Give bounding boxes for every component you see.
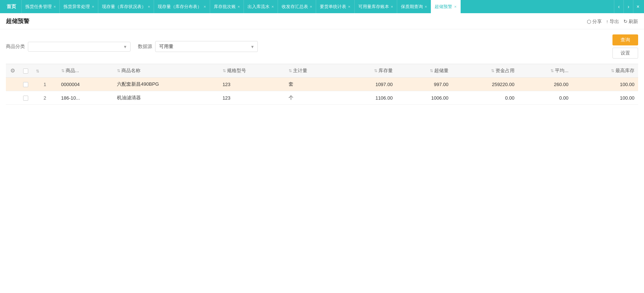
settings-button[interactable]: 设置 bbox=[612, 48, 638, 59]
close-tab-8-icon[interactable]: × bbox=[348, 4, 350, 9]
refresh-button[interactable]: ↻ 刷新 bbox=[623, 18, 638, 25]
table-row: 2 186-10... 机油滤清器 123 个 1106.00 1006.00 … bbox=[6, 91, 638, 105]
nav-tab-10[interactable]: 保质期查询 × bbox=[397, 0, 431, 13]
td-avg-1: 0.00 bbox=[518, 91, 572, 105]
header-checkbox[interactable] bbox=[23, 68, 28, 74]
td-max-stock-0: 100.00 bbox=[572, 78, 638, 91]
close-tab-7-icon[interactable]: × bbox=[310, 4, 312, 9]
table-header-row: ⚙ 商品... 商品名称 规格型号 主计量 库存量 超储量 资金占用 平均...… bbox=[6, 64, 638, 78]
th-over-qty[interactable]: 超储量 bbox=[396, 64, 452, 78]
category-select[interactable]: ▾ bbox=[28, 42, 131, 52]
share-icon: ⬡ bbox=[587, 19, 591, 25]
close-tab-9-icon[interactable]: × bbox=[391, 4, 393, 9]
table-row: 1 0000004 六配套新昌490BPG 123 套 1097.00 997.… bbox=[6, 78, 638, 91]
th-checkbox[interactable] bbox=[19, 64, 32, 78]
th-unit[interactable]: 主计量 bbox=[285, 64, 341, 78]
close-tab-1-icon[interactable]: × bbox=[54, 4, 56, 9]
datasource-dropdown-icon: ▾ bbox=[251, 44, 254, 49]
td-over-qty-1: 1006.00 bbox=[396, 91, 452, 105]
table-wrapper: ⚙ 商品... 商品名称 规格型号 主计量 库存量 超储量 资金占用 平均...… bbox=[0, 64, 644, 105]
nav-prev-icon[interactable]: ‹ bbox=[614, 0, 623, 13]
th-gear[interactable]: ⚙ bbox=[6, 64, 19, 78]
td-gear-1 bbox=[6, 91, 19, 105]
filter-bar: 商品分类 ▾ 数据源 可用量 ▾ 查询 设置 bbox=[0, 29, 644, 64]
refresh-icon: ↻ bbox=[623, 19, 627, 24]
td-unit-1: 个 bbox=[285, 91, 341, 105]
share-button[interactable]: ⬡ 分享 bbox=[587, 18, 602, 25]
query-button[interactable]: 查询 bbox=[612, 34, 638, 45]
category-label: 商品分类 bbox=[6, 43, 25, 50]
td-checkbox-0[interactable] bbox=[19, 78, 32, 91]
nav-tab-5[interactable]: 库存批次账 × bbox=[210, 0, 244, 13]
td-rownum-1: 2 bbox=[32, 91, 58, 105]
datasource-label: 数据源 bbox=[138, 43, 152, 50]
td-sku-name-1: 机油滤清器 bbox=[113, 91, 219, 105]
th-row-num bbox=[32, 64, 58, 78]
nav-tab-7[interactable]: 收发存汇总表 × bbox=[278, 0, 316, 13]
close-tab-5-icon[interactable]: × bbox=[238, 4, 240, 9]
td-checkbox-1[interactable] bbox=[19, 91, 32, 105]
nav-tab-6[interactable]: 出入库流水 × bbox=[244, 0, 278, 13]
page-title: 超储预警 bbox=[6, 18, 29, 25]
td-rownum-0: 1 bbox=[32, 78, 58, 91]
datasource-select-value: 可用量 bbox=[159, 43, 173, 50]
data-table: ⚙ 商品... 商品名称 规格型号 主计量 库存量 超储量 资金占用 平均...… bbox=[6, 64, 638, 105]
close-tab-10-icon[interactable]: × bbox=[425, 4, 427, 9]
nav-tab-8[interactable]: 要货单统计表 × bbox=[316, 0, 354, 13]
page-container: 超储预警 ⬡ 分享 ↑ 导出 ↻ 刷新 商品分类 ▾ 数据源 bbox=[0, 13, 644, 293]
nav-next-icon[interactable]: › bbox=[623, 0, 633, 13]
datasource-select[interactable]: 可用量 ▾ bbox=[155, 41, 258, 52]
row-checkbox-0[interactable] bbox=[23, 82, 28, 87]
th-spec[interactable]: 规格型号 bbox=[219, 64, 285, 78]
td-spec-0: 123 bbox=[219, 78, 285, 91]
th-sku-code[interactable]: 商品... bbox=[58, 64, 114, 78]
export-button[interactable]: ↑ 导出 bbox=[606, 18, 619, 25]
header-actions: ⬡ 分享 ↑ 导出 ↻ 刷新 bbox=[587, 18, 638, 25]
row-checkbox-1[interactable] bbox=[23, 96, 28, 101]
close-tab-3-icon[interactable]: × bbox=[148, 4, 150, 9]
th-max-stock[interactable]: 最高库存 bbox=[572, 64, 638, 78]
filter-buttons: 查询 设置 bbox=[612, 34, 638, 59]
th-capital-occ[interactable]: 资金占用 bbox=[452, 64, 518, 78]
datasource-filter: 数据源 可用量 ▾ bbox=[138, 41, 258, 52]
nav-tab-4[interactable]: 现存量（库存分布表） × bbox=[154, 0, 210, 13]
nav-home[interactable]: 首页 bbox=[1, 0, 22, 13]
gear-icon[interactable]: ⚙ bbox=[10, 67, 15, 74]
td-spec-1: 123 bbox=[219, 91, 285, 105]
th-avg[interactable]: 平均... bbox=[518, 64, 572, 78]
td-max-stock-1: 100.00 bbox=[572, 91, 638, 105]
nav-arrows: ‹ › × bbox=[614, 0, 643, 13]
th-sku-name[interactable]: 商品名称 bbox=[113, 64, 219, 78]
close-tab-11-icon[interactable]: × bbox=[454, 4, 456, 9]
close-tab-4-icon[interactable]: × bbox=[204, 4, 206, 9]
td-stock-qty-0: 1097.00 bbox=[341, 78, 396, 91]
td-sku-name-0: 六配套新昌490BPG bbox=[113, 78, 219, 91]
th-stock-qty[interactable]: 库存量 bbox=[341, 64, 396, 78]
td-stock-qty-1: 1106.00 bbox=[341, 91, 396, 105]
nav-close-all-icon[interactable]: × bbox=[633, 0, 643, 13]
export-icon: ↑ bbox=[606, 19, 609, 24]
td-avg-0: 260.00 bbox=[518, 78, 572, 91]
category-filter: 商品分类 ▾ bbox=[6, 42, 131, 52]
nav-tab-3[interactable]: 现存量（库存状况表） × bbox=[98, 0, 154, 13]
nav-tab-1[interactable]: 拣货任务管理 × bbox=[22, 0, 60, 13]
td-sku-code-1: 186-10... bbox=[58, 91, 114, 105]
td-capital-occ-0: 259220.00 bbox=[452, 78, 518, 91]
td-gear-0 bbox=[6, 78, 19, 91]
td-over-qty-0: 997.00 bbox=[396, 78, 452, 91]
top-nav: 首页 拣货任务管理 × 拣货异常处理 × 现存量（库存状况表） × 现存量（库存… bbox=[0, 0, 644, 13]
page-header: 超储预警 ⬡ 分享 ↑ 导出 ↻ 刷新 bbox=[0, 13, 644, 29]
nav-tab-2[interactable]: 拣货异常处理 × bbox=[60, 0, 98, 13]
close-tab-2-icon[interactable]: × bbox=[92, 4, 94, 9]
nav-tab-11[interactable]: 超储预警 × bbox=[431, 0, 460, 13]
td-capital-occ-1: 0.00 bbox=[452, 91, 518, 105]
td-sku-code-0: 0000004 bbox=[58, 78, 114, 91]
close-tab-6-icon[interactable]: × bbox=[271, 4, 274, 9]
category-dropdown-icon: ▾ bbox=[124, 44, 127, 49]
nav-tab-9[interactable]: 可用量库存账本 × bbox=[355, 0, 397, 13]
td-unit-0: 套 bbox=[285, 78, 341, 91]
